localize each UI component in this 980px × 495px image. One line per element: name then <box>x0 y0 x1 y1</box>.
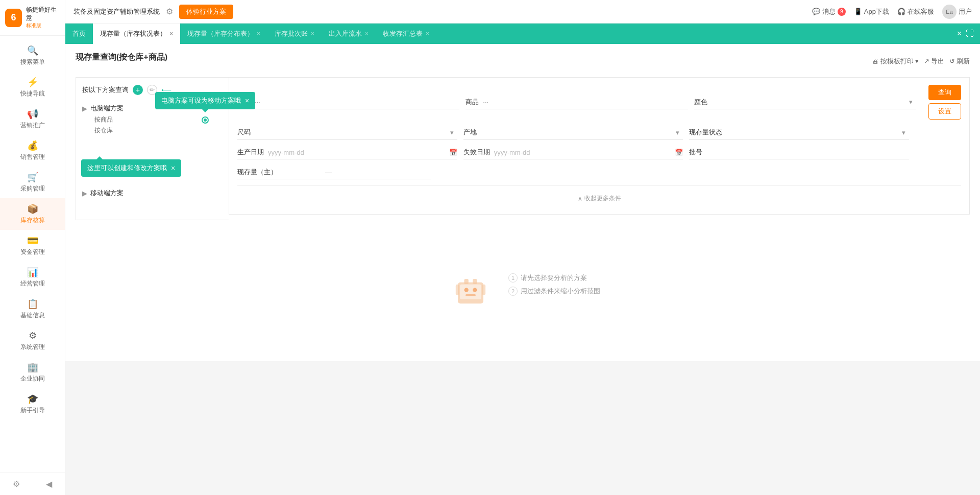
collapse-sidebar-btn[interactable]: ◀ <box>46 479 52 489</box>
inventory-icon: 📦 <box>27 203 38 215</box>
scheme-mobile-arrow: ▶ <box>82 190 87 197</box>
scheme-mobile-parent[interactable]: ▶ 移动端方案 <box>82 187 223 199</box>
sidebar-item-guide[interactable]: 🎓 新手引导 <box>0 388 65 420</box>
close-all-tabs-btn[interactable]: × <box>957 29 962 38</box>
svg-rect-7 <box>456 285 459 295</box>
export-btn[interactable]: ↗ 导出 <box>924 57 944 66</box>
scheme-panel: 按以下方案查询 + ✏ ⟵ 电脑方案可设为移动方案哦 × ▶ <box>76 77 229 220</box>
stock-status-select-icon[interactable]: ▾ <box>902 129 909 136</box>
tab-batch-account-close[interactable]: × <box>311 30 314 37</box>
sidebar-nav: 🔍 搜索菜单 ⚡ 快捷导航 📢 营销推广 💰 销售管理 🛒 采购管理 📦 库存核… <box>0 36 65 473</box>
production-date-calendar-icon[interactable]: 📅 <box>449 149 457 156</box>
filter-fields-panel: 仓库 ··· 商品 ··· 颜色 ▾ 查询 设置 <box>229 77 970 215</box>
tooltip2-close[interactable]: × <box>171 164 175 172</box>
online-support-label: 在线客服 <box>908 7 934 16</box>
sidebar-item-system-label: 系统管理 <box>20 343 45 351</box>
sidebar-item-quick[interactable]: ⚡ 快捷导航 <box>0 72 65 103</box>
svg-rect-8 <box>482 285 486 295</box>
message-btn[interactable]: 💬 消息 9 <box>812 7 846 16</box>
add-scheme-btn[interactable]: + <box>133 85 143 95</box>
sidebar-item-sales-label: 销售管理 <box>20 153 45 161</box>
tooltip1-text: 电脑方案可设为移动方案哦 <box>161 96 241 105</box>
tab-in-out-flow[interactable]: 出入库流水 × <box>322 23 376 44</box>
warehouse-dots[interactable]: ··· <box>255 98 260 106</box>
username: 用户 <box>959 7 972 16</box>
filter-section: 按以下方案查询 + ✏ ⟵ 电脑方案可设为移动方案哦 × ▶ <box>76 77 970 220</box>
tab-receive-summary[interactable]: 收发存汇总表 × <box>376 23 436 44</box>
user-area[interactable]: Ea 用户 <box>942 5 972 19</box>
tab-inventory-dist-close[interactable]: × <box>257 30 260 37</box>
stock-main-from[interactable] <box>281 169 322 176</box>
empty-tips: 1 请先选择要分析的方案 2 用过滤条件来缩小分析范围 <box>508 273 600 300</box>
stock-main-to[interactable] <box>335 169 376 176</box>
batch-input[interactable] <box>706 149 909 156</box>
production-date-label: 生产日期 <box>237 148 264 157</box>
size-select-icon[interactable]: ▾ <box>450 129 457 136</box>
sidebar-item-sales[interactable]: 💰 销售管理 <box>0 135 65 167</box>
origin-select-icon[interactable]: ▾ <box>676 129 683 136</box>
tab-inventory-status[interactable]: 现存量（库存状况表） × <box>93 23 180 44</box>
color-select-icon[interactable]: ▾ <box>909 98 916 106</box>
system-gear-icon[interactable]: ⚙ <box>166 7 173 16</box>
tab-batch-account[interactable]: 库存批次账 × <box>267 23 322 44</box>
sidebar-item-finance[interactable]: 💳 资金管理 <box>0 230 65 262</box>
app-download-btn[interactable]: 📱 App下载 <box>854 7 889 16</box>
origin-label: 产地 <box>463 128 477 137</box>
tab-receive-summary-close[interactable]: × <box>426 30 429 37</box>
svg-point-2 <box>464 288 469 292</box>
online-support-btn[interactable]: 🎧 在线客服 <box>897 7 934 16</box>
sidebar-item-search[interactable]: 🔍 搜索菜单 <box>0 40 65 72</box>
print-btn[interactable]: 🖨 按模板打印 ▾ <box>872 57 919 66</box>
expiry-date-calendar-icon[interactable]: 📅 <box>675 149 683 156</box>
tooltip1-close[interactable]: × <box>245 97 249 105</box>
tab-home[interactable]: 首页 <box>65 23 93 44</box>
reset-btn[interactable]: 设置 <box>928 103 961 120</box>
tab-in-out-flow-close[interactable]: × <box>365 30 369 37</box>
filter-field-origin: 产地 ▾ <box>463 126 683 139</box>
settings-bottom-btn[interactable]: ⚙ <box>13 479 20 489</box>
print-icon: 🖨 <box>872 57 879 65</box>
avatar: Ea <box>942 5 957 19</box>
industry-btn[interactable]: 体验行业方案 <box>179 5 233 19</box>
scheme-desktop-child2[interactable]: 按仓库 <box>94 125 223 136</box>
scheme-desktop-label: 电脑端方案 <box>90 104 124 113</box>
sidebar-item-marketing-label: 营销推广 <box>20 121 45 130</box>
collapse-more-btn[interactable]: ∧ 收起更多条件 <box>237 190 961 207</box>
connector-dot <box>203 117 208 123</box>
maximize-btn[interactable]: ⛶ <box>966 29 974 38</box>
search-btn[interactable]: 查询 <box>928 85 961 100</box>
sidebar-item-company[interactable]: 🏢 企业协同 <box>0 357 65 388</box>
page-title: 现存量查询(按仓库+商品) <box>76 52 167 63</box>
refresh-btn[interactable]: ↺ 刷新 <box>949 57 970 66</box>
header-left: 装备及固定资产辅助管理系统 ⚙ 体验行业方案 <box>74 5 233 19</box>
product-dots[interactable]: ··· <box>483 98 488 106</box>
filter-row-4: 现存量（主） — <box>237 166 961 179</box>
filter-divider <box>237 185 961 186</box>
empty-tip-2: 2 用过滤条件来缩小分析范围 <box>508 287 600 296</box>
color-label: 颜色 <box>694 98 707 107</box>
filter-field-warehouse: 仓库 ··· <box>237 96 459 109</box>
sidebar-item-system[interactable]: ⚙ 系统管理 <box>0 325 65 357</box>
batch-label: 批号 <box>689 148 702 157</box>
sidebar-item-inventory[interactable]: 📦 库存核算 <box>0 198 65 230</box>
expiry-date-input[interactable] <box>494 149 675 156</box>
stock-main-separator: — <box>322 169 335 176</box>
tab-inventory-dist[interactable]: 现存量（库存分布表） × <box>180 23 267 44</box>
tab-receive-summary-label: 收发存汇总表 <box>383 29 423 38</box>
header: 装备及固定资产辅助管理系统 ⚙ 体验行业方案 💬 消息 9 📱 App下载 🎧 … <box>65 0 980 23</box>
sidebar-item-base[interactable]: 📋 基础信息 <box>0 293 65 325</box>
sidebar-item-quick-label: 快捷导航 <box>20 89 45 98</box>
tab-home-label: 首页 <box>72 29 86 38</box>
message-label: 消息 <box>822 7 836 16</box>
sidebar-item-purchase[interactable]: 🛒 采购管理 <box>0 167 65 198</box>
tabs-right-actions: × ⛶ <box>957 29 980 38</box>
sidebar-item-business[interactable]: 📊 经营管理 <box>0 262 65 293</box>
stock-status-label: 现存量状态 <box>689 128 722 137</box>
sidebar-item-company-label: 企业协同 <box>20 374 45 383</box>
tab-inventory-status-close[interactable]: × <box>169 30 173 37</box>
guide-icon: 🎓 <box>27 393 38 405</box>
export-icon: ↗ <box>924 57 929 65</box>
sidebar-item-marketing[interactable]: 📢 营销推广 <box>0 103 65 135</box>
production-date-input[interactable] <box>268 149 449 156</box>
tip-num-1: 1 <box>508 273 518 282</box>
